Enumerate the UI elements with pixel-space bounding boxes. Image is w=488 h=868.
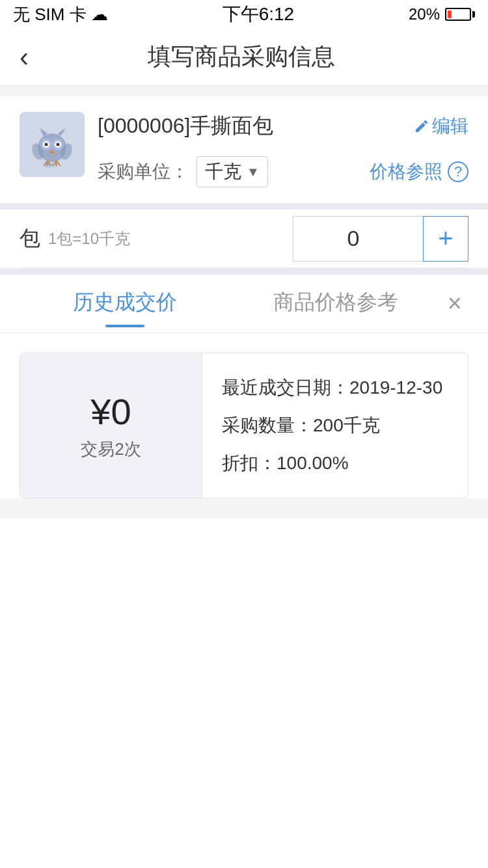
unit-conversion: 1包=10千克 [48, 228, 130, 249]
detail-date: 最近成交日期：2019-12-30 [222, 374, 448, 401]
dropdown-arrow-icon: ▼ [247, 165, 260, 180]
tab-product-price-ref[interactable]: 商品价格参考 [230, 288, 441, 319]
back-button[interactable]: ‹ [20, 44, 29, 71]
edit-icon [414, 118, 429, 134]
card-price-summary: ¥0 交易2次 [20, 353, 202, 498]
panel-tabs: 历史成交价 商品价格参考 × [0, 275, 488, 333]
status-time: 下午6:12 [223, 2, 295, 27]
svg-marker-9 [58, 128, 66, 136]
quantity-plus-button[interactable]: + [423, 216, 468, 262]
svg-point-6 [57, 143, 60, 146]
svg-point-5 [45, 143, 48, 146]
panel-section: 历史成交价 商品价格参考 × ¥0 交易2次 最近成交日期：2019-12-30… [0, 275, 488, 498]
price-reference-button[interactable]: 价格参照 ? [370, 159, 468, 184]
unit-badge: 包 [20, 224, 40, 253]
section-divider [0, 203, 488, 210]
edit-button[interactable]: 编辑 [414, 114, 468, 139]
panel-divider [0, 268, 488, 275]
history-price: ¥0 [90, 390, 131, 433]
quantity-section: 包 1包=10千克 + [0, 210, 488, 268]
history-card: ¥0 交易2次 最近成交日期：2019-12-30 采购数量：200千克 折扣：… [20, 353, 468, 498]
unit-selector-group: 采购单位： 千克 ▼ [98, 156, 268, 187]
detail-discount: 折扣：100.00% [222, 450, 448, 477]
detail-quantity: 采购数量：200千克 [222, 412, 448, 439]
product-thumbnail: 数计 [20, 112, 85, 177]
owl-icon: 数计 [29, 122, 75, 167]
product-section: 数计 [0000006]手撕面包 编辑 采购单位： [0, 96, 488, 203]
transaction-count: 交易2次 [81, 438, 141, 461]
panel-close-button[interactable]: × [441, 290, 468, 318]
quantity-input-group: + [293, 216, 468, 262]
help-circle-icon: ? [448, 161, 468, 182]
card-details: 最近成交日期：2019-12-30 采购数量：200千克 折扣：100.00% [202, 353, 468, 498]
quantity-label: 包 1包=10千克 [20, 224, 130, 253]
product-name: [0000006]手撕面包 [98, 112, 273, 141]
page-title: 填写商品采购信息 [42, 41, 441, 73]
product-title-row: [0000006]手撕面包 编辑 [98, 112, 468, 141]
unit-label: 采购单位： [98, 159, 189, 184]
unit-select-dropdown[interactable]: 千克 ▼ [197, 156, 268, 187]
tab-history-price[interactable]: 历史成交价 [20, 288, 230, 319]
battery-percent: 20% [409, 5, 440, 23]
status-right: 20% [409, 5, 475, 23]
nav-bar: ‹ 填写商品采购信息 [0, 29, 488, 86]
battery-icon [445, 8, 475, 21]
unit-value: 千克 [205, 159, 241, 184]
status-left: 无 SIM 卡 ☁ [13, 3, 108, 26]
bottom-space [0, 518, 488, 868]
svg-text:数计: 数计 [45, 161, 58, 167]
quantity-row: 包 1包=10千克 + [20, 210, 468, 268]
unit-row: 采购单位： 千克 ▼ 价格参照 ? [98, 156, 468, 187]
product-row: 数计 [0000006]手撕面包 编辑 采购单位： [20, 112, 468, 187]
status-bar: 无 SIM 卡 ☁ 下午6:12 20% [0, 0, 488, 29]
quantity-input[interactable] [293, 216, 423, 262]
product-info: [0000006]手撕面包 编辑 采购单位： 千克 ▼ [98, 112, 468, 187]
